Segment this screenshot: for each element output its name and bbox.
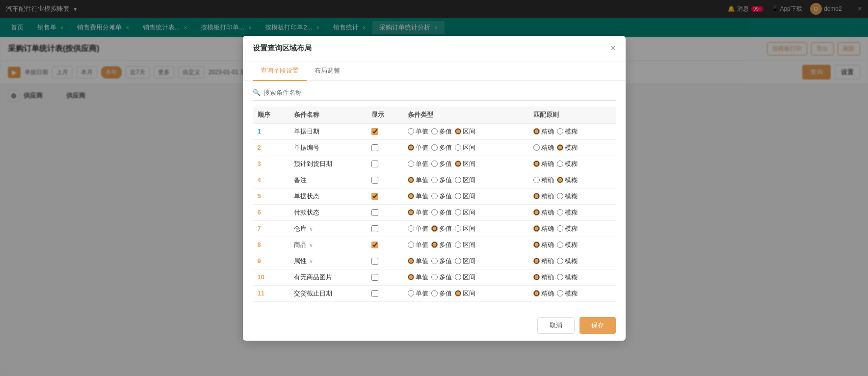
type-radio-item[interactable]: 区间 bbox=[455, 273, 475, 282]
row-order: 1 bbox=[253, 123, 289, 139]
modal-tab-layout[interactable]: 布局调整 bbox=[307, 61, 348, 81]
match-radio-item[interactable]: 模糊 bbox=[557, 241, 578, 249]
row-order: 9 bbox=[253, 253, 289, 269]
row-display bbox=[367, 139, 403, 156]
match-radio-item[interactable]: 模糊 bbox=[557, 143, 578, 152]
row-order: 7 bbox=[253, 220, 289, 237]
type-radio-item[interactable]: 区间 bbox=[455, 176, 475, 185]
match-radio-item[interactable]: 精确 bbox=[533, 176, 554, 185]
match-radio-item[interactable]: 模糊 bbox=[557, 289, 578, 298]
row-order: 8 bbox=[253, 237, 289, 253]
row-display bbox=[367, 253, 403, 269]
display-checkbox[interactable] bbox=[371, 128, 378, 135]
match-radio-item[interactable]: 模糊 bbox=[557, 192, 578, 201]
match-radio-item[interactable]: 精确 bbox=[533, 273, 554, 282]
type-radio-item[interactable]: 单值 bbox=[408, 224, 428, 233]
row-name: 预计到货日期 bbox=[289, 156, 367, 172]
type-radio-item[interactable]: 单值 bbox=[408, 241, 428, 249]
row-type: 单值多值区间 bbox=[403, 285, 528, 301]
row-name: 仓库 ∨ bbox=[289, 220, 367, 237]
match-radio-item[interactable]: 模糊 bbox=[557, 257, 578, 266]
display-checkbox[interactable] bbox=[371, 274, 378, 281]
match-radio-item[interactable]: 模糊 bbox=[557, 208, 578, 217]
row-type: 单值多值区间 bbox=[403, 204, 528, 220]
match-radio-item[interactable]: 模糊 bbox=[557, 176, 578, 185]
row-type: 单值多值区间 bbox=[403, 188, 528, 204]
match-radio-item[interactable]: 精确 bbox=[533, 192, 554, 201]
row-match: 精确模糊 bbox=[528, 188, 616, 204]
type-radio-item[interactable]: 区间 bbox=[455, 289, 475, 298]
display-checkbox[interactable] bbox=[371, 258, 378, 265]
type-radio-item[interactable]: 多值 bbox=[431, 143, 452, 152]
type-radio-item[interactable]: 区间 bbox=[455, 192, 475, 201]
match-radio-item[interactable]: 模糊 bbox=[557, 224, 578, 233]
search-input[interactable] bbox=[263, 89, 362, 96]
row-name: 单据状态 bbox=[289, 188, 367, 204]
type-radio-item[interactable]: 单值 bbox=[408, 192, 428, 201]
match-radio-item[interactable]: 精确 bbox=[533, 224, 554, 233]
row-name: 商品 ∨ bbox=[289, 237, 367, 253]
type-radio-item[interactable]: 单值 bbox=[408, 289, 428, 298]
type-radio-item[interactable]: 多值 bbox=[431, 241, 452, 249]
type-radio-item[interactable]: 区间 bbox=[455, 127, 475, 136]
display-checkbox[interactable] bbox=[371, 225, 378, 232]
row-display bbox=[367, 220, 403, 237]
type-radio-item[interactable]: 区间 bbox=[455, 143, 475, 152]
match-radio-item[interactable]: 模糊 bbox=[557, 160, 578, 168]
type-radio-item[interactable]: 多值 bbox=[431, 176, 452, 185]
match-radio-item[interactable]: 精确 bbox=[533, 257, 554, 266]
type-radio-item[interactable]: 多值 bbox=[431, 224, 452, 233]
type-radio-item[interactable]: 单值 bbox=[408, 257, 428, 266]
match-radio-item[interactable]: 精确 bbox=[533, 127, 554, 136]
cancel-btn[interactable]: 取消 bbox=[537, 317, 575, 334]
match-radio-item[interactable]: 精确 bbox=[533, 160, 554, 168]
match-radio-item[interactable]: 精确 bbox=[533, 289, 554, 298]
type-radio-item[interactable]: 区间 bbox=[455, 208, 475, 217]
type-radio-item[interactable]: 单值 bbox=[408, 143, 428, 152]
type-radio-item[interactable]: 单值 bbox=[408, 273, 428, 282]
modal-tab-query-fields[interactable]: 查询字段设置 bbox=[253, 61, 307, 81]
type-radio-item[interactable]: 多值 bbox=[431, 273, 452, 282]
type-radio-item[interactable]: 单值 bbox=[408, 208, 428, 217]
type-radio-item[interactable]: 单值 bbox=[408, 127, 428, 136]
type-radio-item[interactable]: 多值 bbox=[431, 289, 452, 298]
display-checkbox[interactable] bbox=[371, 144, 378, 151]
match-radio-item[interactable]: 精确 bbox=[533, 143, 554, 152]
type-radio-item[interactable]: 单值 bbox=[408, 160, 428, 168]
type-radio-item[interactable]: 多值 bbox=[431, 127, 452, 136]
table-row: 5单据状态单值多值区间精确模糊 bbox=[253, 188, 616, 204]
row-match: 精确模糊 bbox=[528, 220, 616, 237]
save-btn[interactable]: 保存 bbox=[579, 317, 616, 334]
row-order: 3 bbox=[253, 156, 289, 172]
col-header-match: 匹配原则 bbox=[528, 107, 616, 124]
display-checkbox[interactable] bbox=[371, 209, 378, 216]
table-row: 1单据日期单值多值区间精确模糊 bbox=[253, 123, 616, 139]
modal: 设置查询区域布局 × 查询字段设置 布局调整 🔍 顺序 条件名称 bbox=[243, 36, 626, 341]
match-radio-item[interactable]: 精确 bbox=[533, 241, 554, 249]
type-radio-item[interactable]: 多值 bbox=[431, 208, 452, 217]
display-checkbox[interactable] bbox=[371, 177, 378, 184]
col-header-type: 条件类型 bbox=[403, 107, 528, 124]
type-radio-item[interactable]: 区间 bbox=[455, 257, 475, 266]
type-radio-item[interactable]: 区间 bbox=[455, 224, 475, 233]
row-display bbox=[367, 204, 403, 220]
row-type: 单值多值区间 bbox=[403, 269, 528, 285]
table-row: 2单据编号单值多值区间精确模糊 bbox=[253, 139, 616, 156]
match-radio-item[interactable]: 精确 bbox=[533, 208, 554, 217]
display-checkbox[interactable] bbox=[371, 242, 378, 248]
row-match: 精确模糊 bbox=[528, 237, 616, 253]
type-radio-item[interactable]: 多值 bbox=[431, 257, 452, 266]
type-radio-item[interactable]: 区间 bbox=[455, 241, 475, 249]
type-radio-item[interactable]: 多值 bbox=[431, 160, 452, 168]
display-checkbox[interactable] bbox=[371, 161, 378, 167]
display-checkbox[interactable] bbox=[371, 290, 378, 297]
row-display bbox=[367, 188, 403, 204]
row-type: 单值多值区间 bbox=[403, 172, 528, 188]
type-radio-item[interactable]: 多值 bbox=[431, 192, 452, 201]
type-radio-item[interactable]: 区间 bbox=[455, 160, 475, 168]
match-radio-item[interactable]: 模糊 bbox=[557, 273, 578, 282]
display-checkbox[interactable] bbox=[371, 193, 378, 200]
modal-close-btn[interactable]: × bbox=[610, 44, 616, 53]
match-radio-item[interactable]: 模糊 bbox=[557, 127, 578, 136]
type-radio-item[interactable]: 单值 bbox=[408, 176, 428, 185]
